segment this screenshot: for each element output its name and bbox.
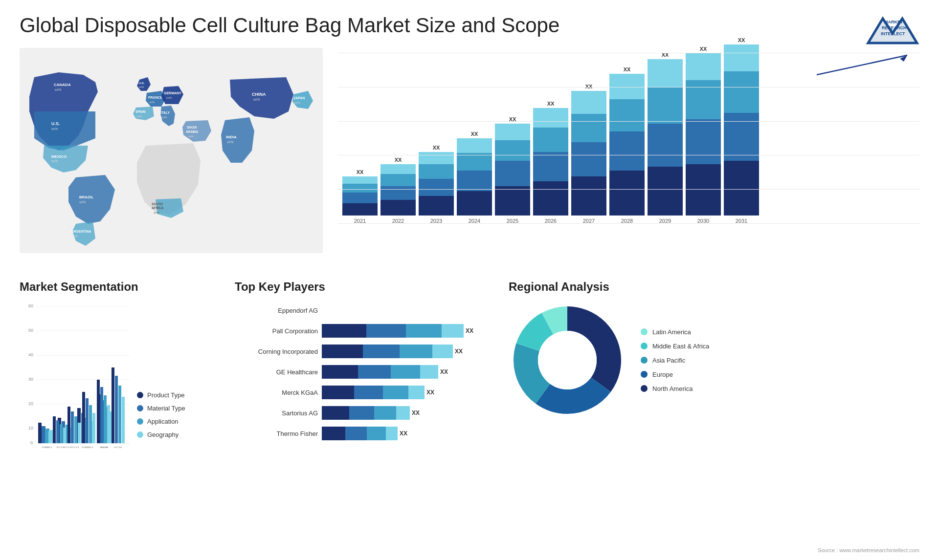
bar-2026: XX 2026 bbox=[533, 101, 568, 224]
bar-2031: XX 2031 bbox=[724, 37, 759, 224]
page-title: Global Disposable Cell Culture Bag Marke… bbox=[20, 14, 559, 37]
legend-label-na: North America bbox=[652, 385, 693, 392]
svg-text:FRANCE: FRANCE bbox=[148, 96, 162, 99]
svg-rect-84 bbox=[67, 407, 70, 443]
player-name-pall: Pall Corporation bbox=[235, 327, 318, 335]
svg-rect-83 bbox=[63, 428, 66, 443]
regional-legend: Latin America Middle East & Africa Asia … bbox=[641, 328, 709, 392]
legend-dot-na bbox=[641, 385, 648, 392]
svg-text:2025: 2025 bbox=[99, 446, 108, 448]
svg-text:60: 60 bbox=[28, 303, 33, 308]
player-row-corning: Corning Incorporated XX bbox=[235, 345, 489, 358]
bar-2021: XX 2021 bbox=[342, 169, 378, 224]
player-row-merck: Merck KGaA XX bbox=[235, 386, 489, 399]
player-bar-corning: XX bbox=[322, 345, 489, 358]
bar-label-2031: XX bbox=[738, 37, 745, 43]
svg-rect-82 bbox=[60, 424, 63, 443]
source-text: Source : www.marketresearchintellect.com bbox=[818, 547, 919, 553]
bar-2025: XX 2025 bbox=[495, 116, 530, 224]
legend-dot-application bbox=[137, 418, 143, 425]
svg-text:MEXICO: MEXICO bbox=[51, 154, 67, 159]
svg-rect-78 bbox=[45, 429, 48, 443]
svg-text:xx%: xx% bbox=[139, 86, 144, 88]
segmentation-title: Market Segmentation bbox=[20, 280, 215, 294]
svg-text:xx%: xx% bbox=[166, 96, 172, 99]
svg-rect-80 bbox=[53, 416, 56, 443]
player-name-thermo: Thermo Fisher bbox=[235, 430, 318, 437]
player-row-pall: Pall Corporation XX bbox=[235, 324, 489, 338]
svg-text:xx%: xx% bbox=[72, 235, 78, 237]
bar-year-2023: 2023 bbox=[430, 218, 442, 224]
players-section: Top Key Players Eppendorf AG Pall Corpor… bbox=[235, 280, 489, 551]
svg-text:2023: 2023 bbox=[70, 446, 79, 448]
bar-label-2030: XX bbox=[700, 46, 707, 52]
svg-text:10: 10 bbox=[28, 426, 33, 431]
svg-text:RESEARCH: RESEARCH bbox=[882, 25, 907, 30]
player-val-ge: XX bbox=[440, 368, 448, 375]
svg-text:xx%: xx% bbox=[294, 101, 300, 104]
svg-text:50: 50 bbox=[28, 328, 33, 333]
player-name-corning: Corning Incorporated bbox=[235, 348, 318, 355]
regional-section: Regional Analysis bbox=[509, 280, 919, 551]
svg-text:2026: 2026 bbox=[113, 446, 122, 448]
svg-text:AFRICA: AFRICA bbox=[152, 206, 164, 210]
svg-rect-77 bbox=[42, 426, 45, 443]
svg-text:30: 30 bbox=[28, 377, 33, 382]
svg-text:U.S.: U.S. bbox=[51, 121, 60, 126]
svg-rect-94 bbox=[104, 395, 107, 443]
player-name-ge: GE Healthcare bbox=[235, 368, 318, 376]
player-name-sartorius: Sartorius AG bbox=[235, 409, 318, 417]
player-val-sartorius: XX bbox=[412, 409, 420, 416]
legend-material-type: Material Type bbox=[137, 405, 185, 412]
legend-dot-europe bbox=[641, 371, 648, 378]
legend-dot-latin bbox=[641, 328, 648, 335]
svg-text:xx%: xx% bbox=[227, 140, 233, 144]
svg-text:xx%: xx% bbox=[55, 88, 61, 91]
svg-text:xx%: xx% bbox=[51, 159, 58, 163]
bottom-section: Market Segmentation 60 50 40 30 20 10 0 bbox=[0, 273, 939, 551]
svg-text:2021: 2021 bbox=[41, 446, 50, 448]
legend-europe: Europe bbox=[641, 371, 709, 378]
svg-text:SPAIN: SPAIN bbox=[135, 110, 146, 113]
legend-product-type: Product Type bbox=[137, 391, 185, 399]
svg-text:2024: 2024 bbox=[85, 446, 93, 448]
player-name-merck: Merck KGaA bbox=[235, 389, 318, 396]
svg-rect-85 bbox=[71, 411, 74, 443]
svg-text:ARGENTINA: ARGENTINA bbox=[71, 230, 91, 233]
svg-text:xx%: xx% bbox=[154, 211, 159, 214]
player-row-eppendorf: Eppendorf AG bbox=[235, 303, 489, 317]
svg-text:xx%: xx% bbox=[253, 98, 260, 101]
legend-label-europe: Europe bbox=[652, 371, 673, 378]
bar-label-2021: XX bbox=[357, 169, 364, 175]
svg-rect-76 bbox=[38, 423, 41, 443]
bar-year-2028: 2028 bbox=[621, 218, 633, 224]
svg-text:CHINA: CHINA bbox=[252, 92, 266, 97]
brand-logo: MARKET RESEARCH INTELLECT bbox=[866, 14, 919, 43]
bar-2023: XX 2023 bbox=[419, 145, 454, 224]
legend-label-product: Product Type bbox=[147, 391, 184, 399]
player-bar-thermo: XX bbox=[322, 427, 489, 440]
bar-label-2028: XX bbox=[624, 66, 631, 72]
bar-label-2023: XX bbox=[433, 145, 440, 151]
svg-text:xx%: xx% bbox=[79, 200, 86, 204]
player-val-pall: XX bbox=[466, 327, 473, 334]
legend-dot-geography bbox=[137, 431, 143, 438]
svg-text:20: 20 bbox=[28, 401, 33, 406]
bar-year-2031: 2031 bbox=[736, 218, 747, 224]
legend-mea: Middle East & Africa bbox=[641, 343, 709, 350]
player-name-eppendorf: Eppendorf AG bbox=[235, 307, 318, 314]
svg-text:xx%: xx% bbox=[161, 116, 167, 119]
bar-label-2027: XX bbox=[585, 84, 593, 89]
seg-legend: Product Type Material Type Application G… bbox=[137, 391, 185, 448]
svg-text:GERMANY: GERMANY bbox=[164, 91, 181, 95]
svg-text:xx%: xx% bbox=[51, 127, 58, 130]
svg-text:ARABIA: ARABIA bbox=[186, 130, 199, 133]
legend-label-geography: Geography bbox=[147, 431, 179, 438]
svg-rect-89 bbox=[86, 398, 89, 443]
bar-year-2026: 2026 bbox=[545, 218, 557, 224]
bar-year-2030: 2030 bbox=[697, 218, 709, 224]
svg-text:xx%: xx% bbox=[149, 101, 155, 104]
bar-2028: XX 2028 bbox=[609, 66, 645, 224]
svg-text:U.K.: U.K. bbox=[139, 82, 145, 85]
legend-geography: Geography bbox=[137, 431, 185, 438]
